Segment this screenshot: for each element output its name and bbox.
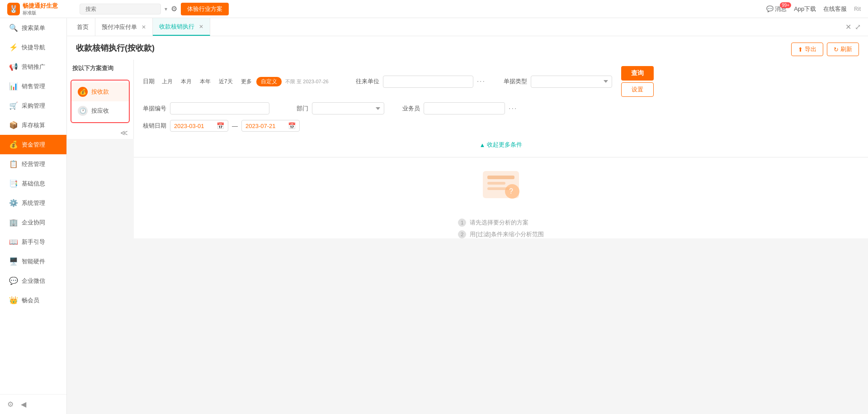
verify-start-date-wrap: 📅 — [170, 120, 228, 132]
verify-end-cal-icon[interactable]: 📅 — [288, 122, 296, 129]
date-sub-text: 不限 至 2023-07-26 — [285, 78, 329, 85]
settings-gear-icon[interactable]: ⚙ — [171, 5, 177, 13]
sidebar-item-marketing[interactable]: 📢 营销推广 — [0, 57, 66, 76]
beginner-icon: 📖 — [9, 238, 17, 246]
date-btn-this-month[interactable]: 本月 — [177, 77, 195, 86]
step-2-text: 用[过滤]条件来缩小分析范围 — [470, 230, 543, 238]
setting-button[interactable]: 设置 — [621, 82, 654, 97]
search-menu-icon: 🔍 — [9, 24, 17, 32]
date-no-limit: 不限 — [285, 79, 295, 84]
date-btn-last-month[interactable]: 上月 — [158, 77, 176, 86]
message-badge: 99+ — [780, 2, 791, 8]
tab-receipt-label: 收款核销执行 — [159, 23, 194, 31]
step-2-num: 2 — [458, 230, 466, 238]
verify-date-label: 核销日期 — [143, 122, 166, 130]
sidebar-item-inventory[interactable]: 📦 库存核算 — [0, 115, 66, 135]
online-service-link[interactable]: 在线客服 — [823, 5, 847, 13]
doctype-filter: 单据类型 — [504, 76, 612, 88]
page-title: 收款核销执行(按收款) — [76, 43, 859, 53]
verify-date-filter: 核销日期 📅 — 📅 — [143, 120, 300, 132]
app-name: 畅捷通好生意 — [23, 2, 58, 10]
purchase-icon: 🛒 — [9, 101, 17, 110]
global-search-input[interactable] — [80, 4, 161, 14]
sidebar-item-search-menu[interactable]: 🔍 搜索菜单 — [0, 18, 66, 38]
tab-prepay-close-icon[interactable]: ✕ — [142, 24, 146, 30]
sidebar-settings-icon[interactable]: ⚙ — [7, 400, 14, 409]
sidebar-item-basic-info[interactable]: 📑 基础信息 — [0, 174, 66, 193]
filter-scheme-by-receivable[interactable]: 🕐 按应收 — [71, 101, 129, 120]
message-icon[interactable]: 💬 消息 99+ — [766, 5, 787, 13]
smart-hw-icon: 🖥️ — [9, 257, 17, 266]
basic-info-icon: 📑 — [9, 179, 17, 188]
counterpart-filter: 往来单位 ··· — [356, 76, 486, 88]
filter-scheme-border: 💰 按收款 🕐 按应收 — [71, 80, 130, 123]
date-filter-group: 日期 上月 本月 本年 近7天 更多 自定义 — [143, 77, 329, 86]
date-custom-btn[interactable]: 自定义 — [256, 77, 282, 86]
sidebar-item-label: 智能硬件 — [22, 257, 45, 266]
step-1-num: 1 — [458, 219, 466, 227]
empty-steps: 1 请先选择要分析的方案 2 用[过滤]条件来缩小分析范围 — [458, 219, 543, 238]
tab-prepay[interactable]: 预付冲应付单 ✕ — [95, 18, 153, 36]
app-edition: 标准版 — [23, 10, 58, 16]
sidebar-item-purchase[interactable]: 🛒 采购管理 — [0, 96, 66, 115]
refresh-icon: ↻ — [834, 46, 839, 53]
tab-receipt-close-icon[interactable]: ✕ — [199, 24, 203, 30]
sidebar-item-label: 搜索菜单 — [22, 24, 45, 32]
collapse-more-btn[interactable]: ▲ 收起更多条件 — [143, 137, 859, 152]
sidebar-item-wechat[interactable]: 💬 企业微信 — [0, 271, 66, 290]
app-logo: 🐰 畅捷通好生意 标准版 — [7, 2, 71, 16]
date-btn-more[interactable]: 更多 — [237, 77, 255, 86]
sidebar-item-quick-nav[interactable]: ⚡ 快捷导航 — [0, 38, 66, 57]
sidebar-item-operations[interactable]: 📋 经营管理 — [0, 154, 66, 174]
sidebar-collapse-icon[interactable]: ◀ — [21, 400, 26, 409]
inventory-icon: 📦 — [9, 121, 17, 129]
date-btn-this-year[interactable]: 本年 — [196, 77, 214, 86]
refresh-button[interactable]: ↻ 刷新 — [827, 43, 859, 56]
date-btn-7days[interactable]: 近7天 — [215, 77, 236, 86]
sidebar-item-member[interactable]: 👑 畅会员 — [0, 290, 66, 310]
doctype-label: 单据类型 — [504, 77, 527, 86]
sidebar-item-smart-hw[interactable]: 🖥️ 智能硬件 — [0, 252, 66, 271]
filter-section: 日期 上月 本月 本年 近7天 更多 自定义 — [134, 60, 868, 157]
sidebar-item-label: 系统管理 — [22, 199, 45, 207]
empty-step-1: 1 请先选择要分析的方案 — [458, 219, 543, 227]
tab-close-all-icon[interactable]: ✕ — [845, 23, 851, 31]
sidebar: 🔍 搜索菜单 ⚡ 快捷导航 📢 营销推广 📊 销售管理 🛒 采购管理 📦 库存核… — [0, 18, 67, 414]
tab-receipt-verify[interactable]: 收款核销执行 ✕ — [153, 18, 210, 36]
solution-button[interactable]: 体验行业方案 — [181, 3, 229, 15]
date-options: 上月 本月 本年 近7天 更多 自定义 — [158, 77, 282, 86]
dept-select[interactable] — [312, 102, 384, 114]
filter-scheme-by-receipt[interactable]: 💰 按收款 — [71, 82, 129, 101]
query-button[interactable]: 查询 — [621, 66, 654, 81]
export-icon: ⬆ — [798, 46, 803, 53]
date-range-separator: — — [232, 123, 238, 129]
tab-bar: 首页 预付冲应付单 ✕ 收款核销执行 ✕ ✕ ⤢ — [67, 18, 868, 36]
tab-expand-icon[interactable]: ⤢ — [855, 23, 861, 31]
salesperson-more-icon[interactable]: ··· — [509, 105, 517, 113]
panel-collapse-btn[interactable]: ≪ — [67, 127, 133, 139]
docno-input[interactable] — [170, 102, 269, 114]
verify-start-cal-icon[interactable]: 📅 — [217, 122, 224, 129]
system-icon: ⚙️ — [9, 199, 17, 207]
tab-home[interactable]: 首页 — [71, 18, 95, 36]
sidebar-item-system[interactable]: ⚙️ 系统管理 — [0, 193, 66, 213]
verify-start-date-input[interactable] — [174, 123, 215, 129]
counterpart-more-icon[interactable]: ··· — [477, 77, 486, 86]
tab-prepay-label: 预付冲应付单 — [102, 23, 137, 31]
sidebar-item-finance[interactable]: 💰 资金管理 — [0, 135, 66, 154]
doctype-select[interactable] — [531, 76, 612, 88]
top-bar: 🐰 畅捷通好生意 标准版 ▾ ⚙ 体验行业方案 💬 消息 99+ App下载 在… — [0, 0, 868, 18]
empty-step-2: 2 用[过滤]条件来缩小分析范围 — [458, 230, 543, 238]
salesperson-input[interactable] — [424, 102, 505, 114]
sidebar-item-sales[interactable]: 📊 销售管理 — [0, 76, 66, 96]
export-button[interactable]: ⬆ 导出 — [791, 43, 823, 56]
sidebar-item-enterprise[interactable]: 🏢 企业协同 — [0, 213, 66, 232]
sidebar-item-beginner[interactable]: 📖 新手引导 — [0, 232, 66, 252]
sidebar-item-label: 采购管理 — [22, 102, 45, 110]
user-name: Rit — [854, 6, 861, 12]
filter-row-2: 单据编号 部门 业务员 ··· — [143, 102, 859, 114]
empty-state: ? 1 请先选择要分析的方案 2 用[过滤]条件来缩小分析范围 — [134, 157, 868, 238]
counterpart-input[interactable] — [383, 76, 473, 88]
verify-end-date-input[interactable] — [245, 123, 286, 129]
app-download-link[interactable]: App下载 — [794, 5, 816, 13]
